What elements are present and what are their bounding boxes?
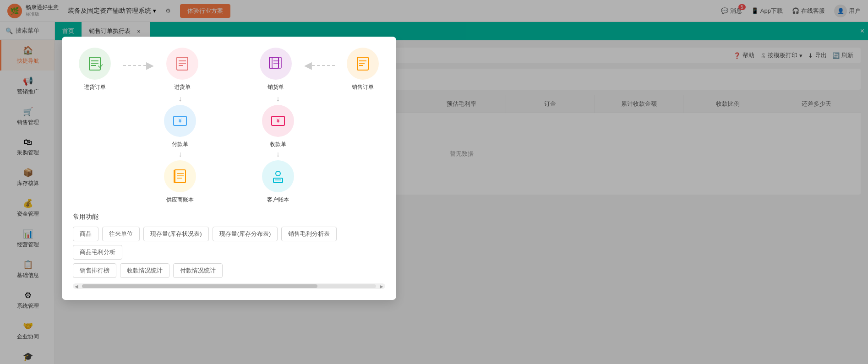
supplier-ledger-icon bbox=[172, 168, 188, 185]
svg-rect-26 bbox=[273, 178, 283, 183]
flow-node-supplier-ledger[interactable]: 供应商账本 bbox=[164, 160, 196, 204]
sales-invoice-icon bbox=[267, 55, 284, 72]
svg-point-25 bbox=[276, 171, 280, 176]
purchase-order-circle bbox=[79, 48, 111, 80]
scroll-left-button[interactable]: ◀ bbox=[73, 283, 80, 290]
sales-order-circle bbox=[347, 48, 379, 80]
common-functions-title: 常用功能 bbox=[73, 213, 385, 221]
payment-slip-label: 付款单 bbox=[172, 141, 188, 148]
func-buttons-row-2: 销售排行榜 收款情况统计 付款情况统计 bbox=[73, 263, 385, 278]
supplier-ledger-label: 供应商账本 bbox=[166, 196, 194, 204]
flow-node-customer-ledger[interactable]: 客户账本 bbox=[262, 160, 294, 204]
customer-ledger-circle bbox=[262, 160, 294, 192]
svg-text:¥: ¥ bbox=[178, 118, 182, 124]
v-arrow-purchase-invoice: ↓ bbox=[164, 95, 196, 103]
purchase-order-label: 进货订单 bbox=[84, 83, 106, 91]
flow-node-purchase-invoice[interactable]: 进货单 bbox=[166, 48, 198, 91]
arrow-sales-order-to-invoice: ◀ bbox=[304, 60, 335, 71]
customer-ledger-icon bbox=[270, 168, 286, 185]
common-functions-section: 常用功能 商品 往来单位 现存量(库存状况表) 现存量(库存分布表) 销售毛利分… bbox=[73, 213, 385, 278]
v2-arrow-payment: ↓ bbox=[164, 150, 196, 158]
func-btn-receipt-stats[interactable]: 收款情况统计 bbox=[120, 263, 169, 278]
sales-order-label: 销售订单 bbox=[352, 83, 374, 91]
modal-scrollbar[interactable]: ◀ ▶ bbox=[73, 283, 385, 289]
flow-row-1: 进货订单 ▶ bbox=[73, 48, 385, 91]
svg-rect-20 bbox=[175, 170, 186, 183]
v2-arrow-receipt: ↓ bbox=[262, 150, 294, 158]
sales-order-icon bbox=[355, 55, 371, 72]
func-btn-stock-status[interactable]: 现存量(库存状况表) bbox=[143, 227, 209, 241]
scroll-thumb[interactable] bbox=[82, 284, 317, 288]
receipt-slip-icon: ¥ bbox=[270, 113, 286, 129]
func-btn-sales-margin[interactable]: 销售毛利分析表 bbox=[281, 227, 337, 241]
svg-rect-9 bbox=[272, 57, 281, 68]
purchase-invoice-circle bbox=[166, 48, 198, 80]
func-btn-product-margin[interactable]: 商品毛利分析 bbox=[73, 245, 122, 260]
scroll-track bbox=[82, 284, 376, 288]
receipt-slip-circle: ¥ bbox=[262, 105, 294, 137]
func-btn-unit[interactable]: 往来单位 bbox=[102, 227, 140, 241]
func-btn-payment-stats[interactable]: 付款情况统计 bbox=[173, 263, 223, 278]
arrow-purchase-order-to-invoice: ▶ bbox=[123, 60, 154, 71]
app-container: 🌿 畅康通好生意 标准版 装备及固定资产辅助管理系统 ▾ ⚙ 体验行业方案 💬 … bbox=[0, 0, 868, 364]
func-btn-stock-dist[interactable]: 现存量(库存分布表) bbox=[213, 227, 278, 241]
flow-arrows-vertical-row1: ↓ ↓ bbox=[73, 95, 385, 103]
purchase-invoice-icon bbox=[174, 55, 191, 72]
sales-invoice-label: 销货单 bbox=[267, 83, 284, 91]
svg-rect-8 bbox=[269, 57, 278, 68]
flow-arrows-vertical-row2: ↓ ↓ bbox=[73, 150, 385, 158]
sales-invoice-circle bbox=[260, 48, 292, 80]
purchase-invoice-label: 进货单 bbox=[174, 83, 191, 91]
flow-row-3: 供应商账本 客户账本 bbox=[73, 160, 385, 204]
payment-slip-circle: ¥ bbox=[164, 105, 196, 137]
flow-node-purchase-order[interactable]: 进货订单 bbox=[79, 48, 111, 91]
receipt-slip-label: 收款单 bbox=[270, 141, 286, 148]
func-buttons-row-1: 商品 往来单位 现存量(库存状况表) 现存量(库存分布表) 销售毛利分析表 商品… bbox=[73, 227, 385, 260]
purchase-order-icon bbox=[87, 55, 103, 72]
func-btn-sales-rank[interactable]: 销售排行榜 bbox=[73, 263, 116, 278]
func-btn-product[interactable]: 商品 bbox=[73, 227, 98, 241]
supplier-ledger-circle bbox=[164, 160, 196, 192]
customer-ledger-label: 客户账本 bbox=[267, 196, 289, 204]
flow-node-receipt-slip[interactable]: ¥ 收款单 bbox=[262, 105, 294, 148]
scroll-right-button[interactable]: ▶ bbox=[378, 283, 385, 290]
svg-text:¥: ¥ bbox=[276, 118, 279, 124]
svg-rect-21 bbox=[174, 170, 175, 183]
flow-node-sales-order[interactable]: 销售订单 bbox=[347, 48, 379, 91]
flow-row-2: ¥ 付款单 ¥ 收款单 bbox=[73, 105, 385, 148]
flow-node-payment-slip[interactable]: ¥ 付款单 bbox=[164, 105, 196, 148]
flow-diagram-container: 进货订单 ▶ bbox=[73, 48, 385, 204]
v-arrow-sales-invoice: ↓ bbox=[262, 95, 294, 103]
payment-slip-icon: ¥ bbox=[172, 113, 188, 129]
flow-node-sales-invoice[interactable]: 销货单 bbox=[260, 48, 292, 91]
modal-overlay[interactable]: 进货订单 ▶ bbox=[0, 0, 868, 364]
modal-box: 进货订单 ▶ bbox=[62, 37, 396, 300]
